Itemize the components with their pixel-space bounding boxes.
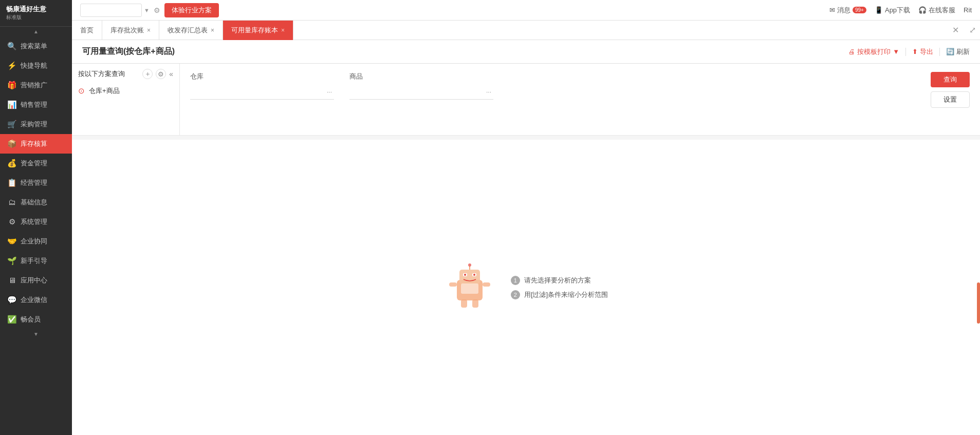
print-button[interactable]: 🖨 按模板打印 ▼ — [848, 47, 899, 56]
sidebar-label-sales: 销售管理 — [21, 100, 47, 109]
query-button[interactable]: 查询 — [931, 72, 970, 87]
sidebar-label-enterprise: 企业协同 — [21, 237, 47, 246]
topbar-right: ✉ 消息 99+ 📱 App下载 🎧 在线客服 Rit — [829, 6, 972, 15]
sidebar-header: 畅康通好生意 标准版 — [0, 0, 72, 27]
online-service-label: 在线客服 — [929, 6, 955, 15]
sidebar-item-marketing[interactable]: 🎁 营销推广 — [0, 75, 72, 95]
filter-left-header: 按以下方案查询 ＋ ⚙ « — [72, 69, 179, 82]
topbar-search-area: ▼ — [80, 4, 150, 17]
app-download-label: App下载 — [885, 6, 910, 15]
sidebar-label-search: 搜索菜单 — [21, 42, 47, 51]
sidebar-item-finance[interactable]: 💰 资金管理 — [0, 154, 72, 173]
close-all-tabs-button[interactable]: ✕ — [946, 21, 965, 40]
purchase-icon: 🛒 — [7, 120, 16, 129]
right-scroll-handle[interactable] — [977, 282, 980, 324]
filter-collapse-button[interactable]: « — [169, 70, 173, 78]
sidebar-item-app-center[interactable]: 🖥 应用中心 — [0, 271, 72, 290]
tab-available-qty-close[interactable]: × — [281, 27, 285, 34]
sidebar-item-search[interactable]: 🔍 搜索菜单 — [0, 36, 72, 56]
chevron-down-icon[interactable]: ▼ — [144, 7, 150, 13]
empty-state: 1 请先选择要分析的方案 2 用[过滤]条件来缩小分析范围 — [72, 140, 980, 435]
tab-collect-account[interactable]: 收发存汇总表 × — [159, 21, 223, 40]
tab-available-qty-label: 可用量库存账本 — [231, 26, 278, 35]
online-service-button[interactable]: 🎧 在线客服 — [918, 6, 955, 15]
sidebar-label-app-center: 应用中心 — [21, 276, 47, 285]
tab-collect-account-close[interactable]: × — [211, 27, 214, 34]
product-more-icon[interactable]: ··· — [486, 88, 491, 96]
filter-scheme-panel: 按以下方案查询 ＋ ⚙ « ⊙ 仓库+商品 — [72, 64, 180, 135]
tab-batch-account-close[interactable]: × — [147, 27, 151, 34]
export-label: 导出 — [920, 47, 933, 56]
online-service-icon: 🎧 — [918, 6, 927, 14]
export-button[interactable]: ⬆ 导出 — [912, 47, 933, 56]
refresh-label: 刷新 — [956, 47, 970, 56]
sidebar-item-system[interactable]: ⚙ 系统管理 — [0, 212, 72, 232]
warehouse-more-icon[interactable]: ··· — [327, 88, 332, 96]
topbar-search-input[interactable] — [80, 4, 142, 17]
tab-home[interactable]: 首页 — [72, 21, 102, 40]
sidebar-item-membership[interactable]: ✅ 畅会员 — [0, 310, 72, 329]
sidebar-label-marketing: 营销推广 — [21, 81, 47, 90]
tabs-bar: 首页 库存批次账 × 收发存汇总表 × 可用量库存账本 × ✕ ⤢ — [72, 21, 980, 40]
filter-scheme-item[interactable]: ⊙ 仓库+商品 — [72, 82, 179, 100]
svg-rect-8 — [461, 299, 467, 308]
tab-batch-account-label: 库存批次账 — [110, 26, 144, 35]
sidebar-scroll-up[interactable]: ▲ — [0, 27, 72, 36]
divider-2 — [939, 48, 940, 56]
sidebar-item-sales[interactable]: 📊 销售管理 — [0, 95, 72, 115]
sidebar-item-enterprise[interactable]: 🤝 企业协同 — [0, 232, 72, 251]
sidebar-item-purchase[interactable]: 🛒 采购管理 — [0, 115, 72, 134]
product-input[interactable]: ··· — [349, 84, 493, 100]
svg-rect-9 — [472, 299, 478, 308]
svg-rect-7 — [483, 282, 490, 287]
marketing-icon: 🎁 — [7, 81, 16, 90]
gear-icon[interactable]: ⚙ — [154, 6, 160, 14]
svg-rect-10 — [461, 283, 478, 294]
message-button[interactable]: ✉ 消息 99+ — [829, 6, 866, 15]
sidebar-item-wechat[interactable]: 💬 企业微信 — [0, 290, 72, 310]
sidebar-item-operation[interactable]: 📋 经营管理 — [0, 173, 72, 193]
app-download-button[interactable]: 📱 App下载 — [875, 6, 910, 15]
settings-button[interactable]: 设置 — [931, 91, 970, 108]
sidebar-label-finance: 资金管理 — [21, 159, 47, 168]
sidebar-label-inventory: 库存核算 — [21, 139, 47, 148]
print-label: 按模板打印 — [857, 47, 891, 56]
filter-add-button[interactable]: ＋ — [142, 69, 153, 79]
empty-content: 1 请先选择要分析的方案 2 用[过滤]条件来缩小分析范围 — [444, 262, 608, 313]
expand-tabs-button[interactable]: ⤢ — [965, 21, 980, 40]
sidebar: 畅康通好生意 标准版 ▲ 🔍 搜索菜单 ⚡ 快捷导航 🎁 营销推广 📊 销售管理… — [0, 0, 72, 435]
warehouse-input[interactable]: ··· — [190, 84, 334, 100]
user-name: Rit — [964, 6, 972, 14]
filter-left-actions: ＋ ⚙ « — [142, 69, 173, 79]
filter-product-field: 商品 ··· — [349, 72, 493, 100]
sidebar-label-purchase: 采购管理 — [21, 120, 47, 129]
tip-text-1: 请先选择要分析的方案 — [524, 276, 591, 285]
sidebar-item-basic[interactable]: 🗂 基础信息 — [0, 193, 72, 212]
sidebar-item-quick-nav[interactable]: ⚡ 快捷导航 — [0, 56, 72, 75]
filter-action-buttons: 查询 设置 — [920, 64, 980, 135]
message-label: 消息 — [837, 6, 850, 15]
tab-available-qty[interactable]: 可用量库存账本 × — [223, 21, 293, 40]
page-header: 可用量查询(按仓库+商品) 🖨 按模板打印 ▼ ⬆ 导出 🔄 刷新 — [72, 40, 980, 64]
sidebar-item-inventory[interactable]: 📦 库存核算 — [0, 134, 72, 154]
filter-setting-button[interactable]: ⚙ — [156, 69, 166, 79]
empty-tip-1: 1 请先选择要分析的方案 — [511, 276, 608, 285]
refresh-button[interactable]: 🔄 刷新 — [946, 47, 970, 56]
app-download-icon: 📱 — [875, 6, 883, 14]
trial-industry-button[interactable]: 体验行业方案 — [164, 3, 219, 17]
user-name-area[interactable]: Rit — [964, 6, 972, 14]
empty-illustration — [444, 262, 495, 313]
sidebar-item-newbie[interactable]: 🌱 新手引导 — [0, 251, 72, 271]
export-icon: ⬆ — [912, 48, 918, 55]
filter-section-title: 按以下方案查询 — [78, 69, 125, 79]
quick-nav-icon: ⚡ — [7, 61, 16, 70]
empty-tips: 1 请先选择要分析的方案 2 用[过滤]条件来缩小分析范围 — [511, 276, 608, 299]
app-center-icon: 🖥 — [7, 276, 16, 285]
finance-icon: 💰 — [7, 159, 16, 168]
page-title: 可用量查询(按仓库+商品) — [82, 46, 175, 57]
sidebar-scroll-down[interactable]: ▼ — [0, 329, 72, 339]
sidebar-label-system: 系统管理 — [21, 217, 47, 226]
tab-collect-account-label: 收发存汇总表 — [168, 26, 208, 35]
inventory-icon: 📦 — [7, 139, 16, 148]
tab-batch-account[interactable]: 库存批次账 × — [102, 21, 159, 40]
